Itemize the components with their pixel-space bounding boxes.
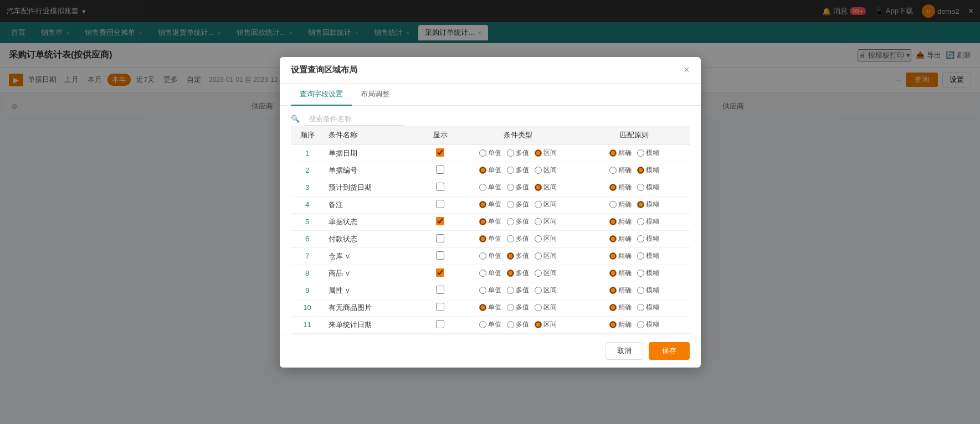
dialog-tabs: 查询字段设置 布局调整 <box>280 84 701 106</box>
dialog-title: 设置查询区域布局 <box>291 65 357 75</box>
dialog-close-button[interactable]: × <box>684 65 690 75</box>
dialog-overlay: 设置查询区域布局 × 查询字段设置 布局调整 🔍 顺序 条件名称 显示 条件类型 <box>0 0 980 121</box>
search-icon: 🔍 <box>291 115 300 121</box>
tab-query-fields[interactable]: 查询字段设置 <box>291 84 352 106</box>
search-input[interactable] <box>304 112 404 121</box>
dialog-search: 🔍 <box>280 106 701 121</box>
tab-layout-adjust[interactable]: 布局调整 <box>352 84 398 106</box>
dialog-header: 设置查询区域布局 × <box>280 57 701 84</box>
settings-dialog: 设置查询区域布局 × 查询字段设置 布局调整 🔍 顺序 条件名称 显示 条件类型 <box>280 57 701 121</box>
